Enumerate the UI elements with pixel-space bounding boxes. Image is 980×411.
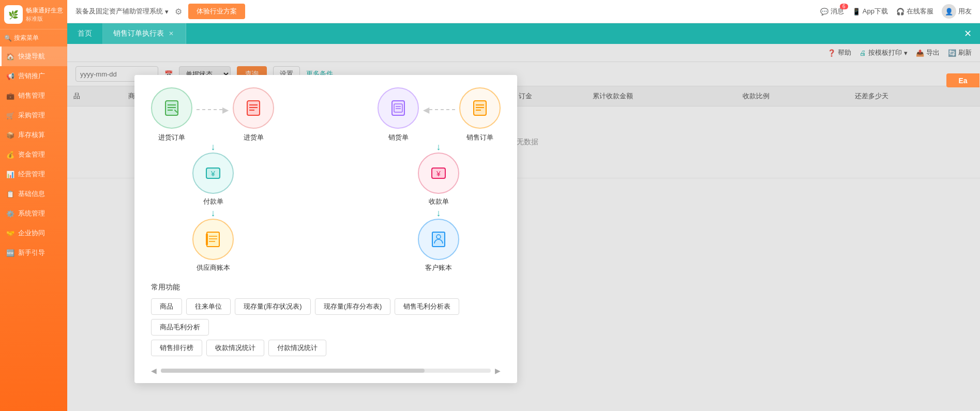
customer-ledger-icon (418, 219, 459, 260)
main: 装备及固定资产辅助管理系统 ▾ ⚙ 体验行业方案 💬 消息 6 📱 App下载 … (67, 0, 980, 411)
sidebar-item-business[interactable]: 📊 经营管理 (0, 164, 67, 184)
payment-bill-label: 付款单 (203, 197, 223, 206)
flow-node-sale-order: 销售订单 (459, 87, 501, 142)
logo-icon: 🌿 (4, 5, 23, 24)
basic-icon: 📋 (6, 189, 15, 199)
supplier-ledger-label: 供应商账本 (197, 263, 230, 272)
sidebar-item-purchase[interactable]: 🛒 采购管理 (0, 105, 67, 125)
flow-node-purchase-bill: 进货单 (233, 87, 274, 142)
func-btn-partner[interactable]: 往来单位 (186, 298, 231, 315)
scroll-left-icon[interactable]: ◀ (151, 367, 157, 375)
func-btn-stock-status[interactable]: 现存量(库存状况表) (235, 298, 311, 315)
topbar-right: 💬 消息 6 📱 App下载 🎧 在线客服 👤 用友 (820, 4, 972, 19)
sidebar-item-sales[interactable]: 💼 销售管理 (0, 86, 67, 105)
sale-order-icon (459, 87, 501, 129)
receipt-bill-icon: ¥ (418, 153, 459, 194)
sidebar-item-system[interactable]: ⚙️ 系统管理 (0, 204, 67, 223)
purchase-bill-icon (233, 87, 274, 129)
scroll-right-icon[interactable]: ▶ (495, 367, 501, 375)
scroll-track[interactable] (161, 369, 491, 373)
newuser-icon: 🆕 (6, 248, 15, 257)
trial-button[interactable]: 体验行业方案 (188, 4, 245, 19)
sidebar-item-quicknav[interactable]: 🏠 快捷导航 (0, 47, 67, 66)
purchase-icon: 🛒 (6, 111, 15, 120)
sidebar-search[interactable]: 🔍 搜索菜单 (0, 29, 67, 47)
svg-text:¥: ¥ (210, 170, 215, 178)
func-btn-stock-dist[interactable]: 现存量(库存分布表) (315, 298, 391, 315)
tabbar-close-all[interactable]: ✕ (956, 23, 980, 44)
message-item[interactable]: 💬 消息 6 (820, 7, 844, 16)
svg-rect-20 (207, 232, 219, 247)
avatar: 👤 (942, 4, 956, 19)
func-buttons-row2: 销售排行榜 收款情况统计 付款情况统计 (151, 340, 501, 356)
sales-icon: 💼 (6, 91, 15, 100)
tab-close-icon[interactable]: ✕ (167, 29, 175, 38)
sidebar-item-inventory[interactable]: 📦 库存核算 (0, 125, 67, 145)
supplier-ledger-icon (192, 219, 234, 260)
func-btn-sales-rank[interactable]: 销售排行榜 (151, 340, 202, 356)
content: ❓ 帮助 🖨 按模板打印 ▾ 📤 导出 🔄 刷新 (67, 44, 980, 411)
ea-badge[interactable]: Ea (946, 73, 979, 87)
popup: 进货订单 ▶ 进货单 (134, 75, 517, 383)
user-item[interactable]: 👤 用友 (942, 4, 972, 19)
func-buttons-row1: 商品 往来单位 现存量(库存状况表) 现存量(库存分布表) 销售毛利分析表 商品… (151, 298, 501, 336)
func-btn-product-profit[interactable]: 商品毛利分析 (151, 319, 209, 336)
inventory-icon: 📦 (6, 130, 15, 140)
func-btn-payment-stats[interactable]: 付款情况统计 (268, 340, 326, 356)
tab-home[interactable]: 首页 (67, 23, 103, 44)
tab-sales-order-exec[interactable]: 销售订单执行表 ✕ (103, 23, 186, 44)
service-icon: 🎧 (896, 8, 904, 16)
online-service-item[interactable]: 🎧 在线客服 (896, 7, 933, 16)
svg-text:¥: ¥ (436, 170, 441, 178)
sale-bill-icon (378, 87, 419, 129)
scroll-thumb (161, 369, 425, 373)
system-title[interactable]: 装备及固定资产辅助管理系统 ▾ (76, 7, 169, 16)
func-btn-sales-profit[interactable]: 销售毛利分析表 (395, 298, 459, 315)
message-icon: 💬 (820, 8, 828, 16)
sidebar-item-finance[interactable]: 💰 资金管理 (0, 145, 67, 164)
sidebar-item-marketing[interactable]: 📢 营销推广 (0, 66, 67, 86)
flow-node-purchase-order: 进货订单 (151, 87, 192, 142)
flow-node-sale-bill: 销货单 (378, 87, 419, 142)
enterprise-icon: 🤝 (6, 229, 15, 238)
scroll-hint: ◀ ▶ (151, 362, 501, 375)
sidebar-item-newuser[interactable]: 🆕 新手引导 (0, 243, 67, 263)
purchase-bill-label: 进货单 (244, 133, 264, 142)
topbar: 装备及固定资产辅助管理系统 ▾ ⚙ 体验行业方案 💬 消息 6 📱 App下载 … (67, 0, 980, 23)
purchase-order-label: 进货订单 (158, 133, 185, 142)
dropdown-icon: ▾ (165, 8, 169, 16)
business-icon: 📊 (6, 170, 15, 179)
purchase-order-icon (151, 87, 192, 129)
common-functions-title: 常用功能 (151, 283, 501, 292)
payment-bill-icon: ¥ (192, 153, 234, 194)
home-icon: 🏠 (6, 52, 15, 61)
sidebar-item-basic[interactable]: 📋 基础信息 (0, 184, 67, 204)
sidebar-logo: 🌿 畅康通好生意 标准版 (0, 0, 67, 29)
finance-icon: 💰 (6, 150, 15, 159)
settings-icon[interactable]: ⚙ (175, 7, 182, 17)
sidebar-item-enterprise[interactable]: 🤝 企业协同 (0, 223, 67, 243)
marketing-icon: 📢 (6, 71, 15, 81)
receipt-bill-label: 收款单 (429, 197, 449, 206)
sale-bill-label: 销货单 (388, 133, 409, 142)
common-functions: 常用功能 商品 往来单位 现存量(库存状况表) 现存量(库存分布表) 销售毛利分… (151, 283, 501, 356)
func-btn-product[interactable]: 商品 (151, 298, 182, 315)
system-icon: ⚙️ (6, 209, 15, 218)
svg-rect-21 (206, 234, 208, 245)
sidebar: 🌿 畅康通好生意 标准版 🔍 搜索菜单 🏠 快捷导航 📢 营销推广 💼 销售管理… (0, 0, 67, 411)
sale-order-label: 销售订单 (466, 133, 493, 142)
logo-text: 畅康通好生意 标准版 (26, 7, 63, 22)
search-icon: 🔍 (4, 35, 12, 42)
func-btn-receipt-stats[interactable]: 收款情况统计 (206, 340, 264, 356)
sidebar-nav: 🏠 快捷导航 📢 营销推广 💼 销售管理 🛒 采购管理 📦 库存核算 💰 资金管… (0, 47, 67, 411)
app-download-item[interactable]: 📱 App下载 (852, 7, 888, 16)
tabbar: 首页 销售订单执行表 ✕ ✕ (67, 23, 980, 44)
phone-icon: 📱 (852, 8, 861, 16)
customer-ledger-label: 客户账本 (425, 263, 452, 272)
